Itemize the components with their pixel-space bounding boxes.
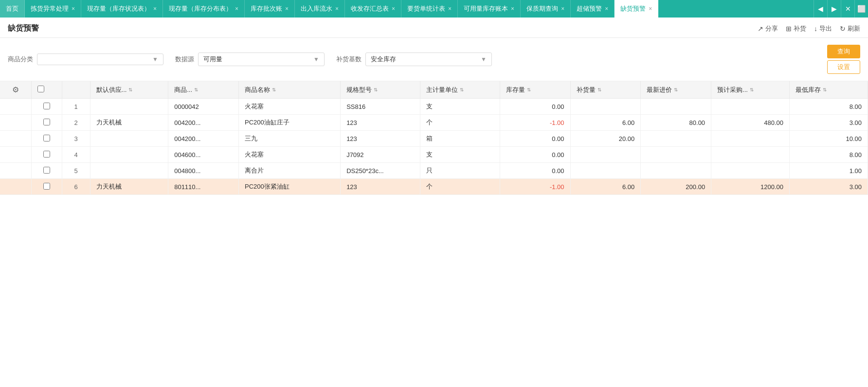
tab-maximize-button[interactable]: ⬜ <box>854 0 868 18</box>
replenish-button[interactable]: ⊞ 补货 <box>786 24 806 33</box>
td-spec-4: DS250*23c... <box>341 163 420 179</box>
table-row: 1 0000042 火花塞 SS816 支 0.00 8.00 <box>0 99 868 115</box>
tab-close-all-button[interactable]: ✕ <box>841 0 854 18</box>
gear-settings-icon[interactable]: ⚙ <box>12 86 19 94</box>
tab-recv-summary[interactable]: 收发存汇总表 × <box>345 0 401 18</box>
row-checkbox-1[interactable] <box>43 119 50 125</box>
settings-button[interactable]: 设置 <box>827 60 860 74</box>
query-button[interactable]: 查询 <box>827 45 860 58</box>
refresh-button[interactable]: ↻ 刷新 <box>840 24 860 33</box>
td-gear-1 <box>0 115 31 131</box>
replenish-base-select[interactable]: 安全库存 ▼ <box>365 53 492 66</box>
th-replenish[interactable]: 补货量 ⇅ <box>570 81 641 99</box>
td-stock-0: 0.00 <box>500 99 570 115</box>
td-checkbox-1[interactable] <box>31 115 62 131</box>
td-name-4: 离合片 <box>238 163 340 179</box>
td-spec-3: J7092 <box>341 147 420 163</box>
td-code-3: 004600... <box>168 147 239 163</box>
th-supplier[interactable]: 默认供应... ⇅ <box>90 81 168 99</box>
tab-overstock-warn[interactable]: 超储预警 × <box>571 0 615 18</box>
minstock-sort-icon: ⇅ <box>823 87 827 92</box>
td-min-stock-2: 10.00 <box>790 131 868 147</box>
th-code[interactable]: 商品... ⇅ <box>168 81 239 99</box>
datasource-filter-group: 数据源 可用量 ▼ <box>175 53 325 66</box>
replenish-base-filter-group: 补货基数 安全库存 ▼ <box>336 53 492 66</box>
tab-recv-summary-close[interactable]: × <box>392 5 395 12</box>
select-all-checkbox[interactable] <box>37 86 44 92</box>
row-checkbox-5[interactable] <box>43 183 50 190</box>
row-checkbox-4[interactable] <box>43 167 50 174</box>
tab-expiry-query-close[interactable]: × <box>561 5 564 12</box>
tab-batch-account[interactable]: 库存批次账 × <box>245 0 295 18</box>
tab-inventory-dist-close[interactable]: × <box>235 5 238 12</box>
td-supplier-3 <box>90 147 168 163</box>
td-checkbox-2[interactable] <box>31 131 62 147</box>
tab-available-ledger-close[interactable]: × <box>511 5 514 12</box>
datasource-filter-label: 数据源 <box>175 55 194 64</box>
row-checkbox-2[interactable] <box>43 135 50 141</box>
tab-nav-buttons: ◀ ▶ ✕ ⬜ <box>814 0 868 18</box>
td-checkbox-0[interactable] <box>31 99 62 115</box>
export-button[interactable]: ↓ 导出 <box>814 24 832 33</box>
td-spec-1: 123 <box>341 115 420 131</box>
tab-batch-account-close[interactable]: × <box>285 5 289 12</box>
tab-expiry-query[interactable]: 保质期查询 × <box>521 0 571 18</box>
tab-inventory-status[interactable]: 现存量（库存状况表） × <box>81 0 163 18</box>
table-body: 1 0000042 火花塞 SS816 支 0.00 8.00 2 力天机械 0… <box>0 99 868 195</box>
tab-inventory-dist[interactable]: 现存量（库存分布表） × <box>163 0 245 18</box>
td-latest-price-3 <box>641 147 711 163</box>
tab-available-ledger[interactable]: 可用量库存账本 × <box>458 0 521 18</box>
page-title: 缺货预警 <box>8 23 39 34</box>
row-checkbox-0[interactable] <box>43 103 50 109</box>
td-checkbox-4[interactable] <box>31 163 62 179</box>
tab-exception-close[interactable]: × <box>72 5 75 12</box>
category-select[interactable]: ▼ <box>37 53 163 65</box>
th-stock[interactable]: 库存量 ⇅ <box>500 81 570 99</box>
tab-inout-flow[interactable]: 出入库流水 × <box>295 0 345 18</box>
tab-shortage-warn[interactable]: 缺货预警 × <box>615 0 658 18</box>
td-name-3: 火花塞 <box>238 147 340 163</box>
name-sort-icon: ⇅ <box>272 87 276 92</box>
td-supplier-5: 力天机械 <box>90 179 168 195</box>
tab-demand-stat-close[interactable]: × <box>448 5 452 12</box>
td-latest-price-0 <box>641 99 711 115</box>
th-min-stock[interactable]: 最低库存 ⇅ <box>790 81 868 99</box>
td-unit-2: 箱 <box>420 131 500 147</box>
td-unit-3: 支 <box>420 147 500 163</box>
td-latest-price-5: 200.00 <box>641 179 711 195</box>
tab-inout-flow-close[interactable]: × <box>335 5 339 12</box>
th-name[interactable]: 商品名称 ⇅ <box>238 81 340 99</box>
tab-overstock-warn-close[interactable]: × <box>605 5 608 12</box>
th-checkbox <box>31 81 62 99</box>
tab-shortage-warn-close[interactable]: × <box>649 5 652 12</box>
td-supplier-4 <box>90 163 168 179</box>
th-forecast-purchase[interactable]: 预计采购... ⇅ <box>711 81 790 99</box>
tab-prev-button[interactable]: ◀ <box>814 0 827 18</box>
td-checkbox-5[interactable] <box>31 179 62 195</box>
th-unit[interactable]: 主计量单位 ⇅ <box>420 81 500 99</box>
share-button[interactable]: ↗ 分享 <box>758 24 778 33</box>
td-checkbox-3[interactable] <box>31 147 62 163</box>
td-stock-2: 0.00 <box>500 131 570 147</box>
tab-demand-stat[interactable]: 要货单统计表 × <box>401 0 458 18</box>
th-gear: ⚙ <box>0 81 31 99</box>
td-rownum-4: 5 <box>62 163 90 179</box>
td-forecast-purchase-4 <box>711 163 790 179</box>
row-checkbox-3[interactable] <box>43 151 50 158</box>
th-spec[interactable]: 规格型号 ⇅ <box>341 81 420 99</box>
td-unit-5: 个 <box>420 179 500 195</box>
table-row: 2 力天机械 004200... PC200油缸庄子 123 个 -1.00 6… <box>0 115 868 131</box>
td-name-2: 三九 <box>238 131 340 147</box>
unit-sort-icon: ⇅ <box>460 87 464 92</box>
td-min-stock-4: 1.00 <box>790 163 868 179</box>
tab-inventory-status-close[interactable]: × <box>153 5 157 12</box>
td-spec-5: 123 <box>341 179 420 195</box>
datasource-select[interactable]: 可用量 ▼ <box>198 53 325 66</box>
tab-home[interactable]: 首页 <box>0 0 25 18</box>
td-forecast-purchase-1: 480.00 <box>711 115 790 131</box>
tab-next-button[interactable]: ▶ <box>827 0 841 18</box>
td-replenish-1: 6.00 <box>570 115 641 131</box>
td-unit-1: 个 <box>420 115 500 131</box>
tab-exception[interactable]: 拣货异常处理 × <box>25 0 81 18</box>
th-latest-price[interactable]: 最新进价 ⇅ <box>641 81 711 99</box>
